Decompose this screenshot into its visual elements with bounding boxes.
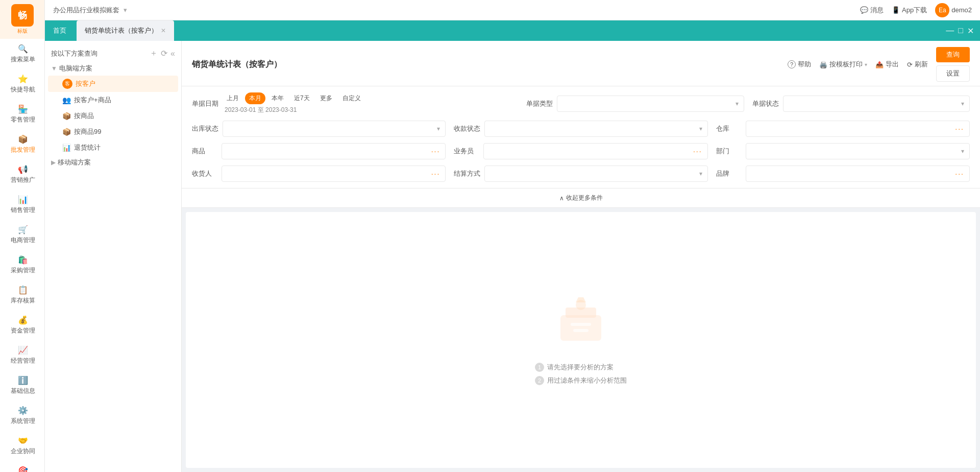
filter-payment-method: 结算方式 ▾ bbox=[454, 166, 707, 182]
sidebar-item-collab[interactable]: 🤝 企业协同 bbox=[0, 431, 44, 461]
department-select[interactable]: ▾ bbox=[746, 143, 970, 159]
collapse-btn[interactable]: ∧ 收起更多条件 bbox=[553, 192, 609, 204]
date-range-display: 2023-03-01 至 2023-03-31 bbox=[225, 106, 518, 114]
export-btn[interactable]: 📤 导出 bbox=[875, 60, 899, 69]
sidebar-item-wholesale[interactable]: 📦 批发管理 bbox=[0, 129, 44, 159]
sidebar-item-label: 企业协同 bbox=[11, 447, 35, 456]
sidebar-item-newguide[interactable]: 🎯 新手引导 bbox=[0, 461, 44, 472]
scheme-group-mobile-header[interactable]: ▶ 移动端方案 bbox=[45, 156, 181, 169]
outstock-select[interactable]: ▾ bbox=[223, 121, 446, 137]
topbar-user[interactable]: Ea demo2 bbox=[935, 3, 972, 17]
scheme-item-customer-product[interactable]: 👥 按客户+商品 bbox=[48, 92, 178, 108]
sidebar-item-finance[interactable]: 💰 资金管理 bbox=[0, 310, 44, 340]
receiver-label: 收货人 bbox=[192, 169, 217, 178]
newguide-icon: 🎯 bbox=[18, 466, 28, 472]
refresh-scheme-btn[interactable]: ⟳ bbox=[161, 49, 167, 58]
date-custom-btn[interactable]: 自定义 bbox=[338, 92, 365, 104]
window-maximize-btn[interactable]: □ bbox=[958, 26, 963, 35]
add-scheme-btn[interactable]: ＋ bbox=[150, 48, 158, 59]
filter-row-4: 收货人 ··· 结算方式 ▾ 品牌 bbox=[192, 166, 970, 182]
topbar-appdownload[interactable]: 📱 App下载 bbox=[892, 6, 927, 15]
date-7days-btn[interactable]: 近7天 bbox=[290, 92, 314, 104]
topbar-message[interactable]: 💬 消息 bbox=[860, 6, 884, 15]
doc-type-select[interactable]: ▾ bbox=[557, 96, 744, 112]
sidebar-item-label: 搜索菜单 bbox=[11, 55, 35, 64]
scheme-product99-icon: 📦 bbox=[62, 128, 71, 136]
sidebar-item-purchase[interactable]: 🛍️ 采购管理 bbox=[0, 250, 44, 280]
scheme-returns-label: 退货统计 bbox=[74, 143, 101, 152]
left-panel-title: 按以下方案查询 bbox=[51, 49, 97, 58]
app-logo: 畅 标版 bbox=[0, 0, 44, 39]
payment-method-arrow-icon: ▾ bbox=[699, 170, 702, 177]
tab-close-icon[interactable]: ✕ bbox=[161, 27, 166, 34]
doc-type-label: 单据类型 bbox=[526, 99, 553, 108]
outstock-label: 出库状态 bbox=[192, 124, 218, 133]
basicinfo-icon: ℹ️ bbox=[18, 375, 28, 385]
date-more-btn[interactable]: 更多 bbox=[316, 92, 336, 104]
main-area: 办公用品行业模拟账套 ▾ 💬 消息 📱 App下载 Ea demo2 首页 销货… bbox=[45, 0, 980, 472]
sidebar-item-search[interactable]: 🔍 搜索菜单 bbox=[0, 39, 44, 69]
filter-outstock-status: 出库状态 ▾ bbox=[192, 121, 446, 137]
filter-salesperson: 业务员 ··· bbox=[454, 143, 707, 159]
department-label: 部门 bbox=[716, 147, 742, 156]
scheme-item-product[interactable]: 📦 按商品 bbox=[48, 108, 178, 124]
sidebar-item-marketing[interactable]: 📢 营销推广 bbox=[0, 159, 44, 190]
help-btn[interactable]: ? 帮助 bbox=[788, 60, 811, 69]
date-bar: 上月 本月 本年 近7天 更多 自定义 bbox=[223, 92, 518, 104]
product-select[interactable]: ··· bbox=[222, 143, 446, 159]
filter-warehouse: 仓库 ··· bbox=[716, 121, 970, 137]
window-minimize-btn[interactable]: — bbox=[946, 26, 954, 35]
collapse-label: 收起更多条件 bbox=[566, 194, 603, 202]
sidebar-item-operation[interactable]: 📈 经营管理 bbox=[0, 340, 44, 370]
collapse-up-icon: ∧ bbox=[559, 195, 564, 202]
sidebar-item-label: 快捷导航 bbox=[11, 85, 35, 94]
topbar-dropdown-arrow[interactable]: ▾ bbox=[124, 6, 127, 14]
payment-method-select[interactable]: ▾ bbox=[484, 166, 707, 182]
scheme-item-customer[interactable]: 客 按客户 bbox=[48, 76, 178, 92]
sidebar-item-retail[interactable]: 🏪 零售管理 bbox=[0, 99, 44, 129]
sidebar-item-inventory[interactable]: 📋 库存核算 bbox=[0, 280, 44, 310]
date-lastmonth-btn[interactable]: 上月 bbox=[223, 92, 243, 104]
sidebar-item-quicknav[interactable]: ⭐ 快捷导航 bbox=[0, 69, 44, 99]
left-panel-header: 按以下方案查询 ＋ ⟳ « bbox=[45, 45, 181, 62]
sidebar-item-sales[interactable]: 📊 销售管理 bbox=[0, 190, 44, 220]
sidebar-item-ecommerce[interactable]: 🛒 电商管理 bbox=[0, 220, 44, 250]
tab-sales-statistics[interactable]: 销货单统计表（按客户） ✕ bbox=[77, 20, 174, 41]
empty-tip-1: 1 请先选择要分析的方案 bbox=[535, 363, 627, 372]
scheme-customer-product-label: 按客户+商品 bbox=[74, 96, 111, 105]
page-title: 销货单统计表（按客户） bbox=[192, 59, 282, 70]
collapse-panel-btn[interactable]: « bbox=[170, 49, 175, 58]
sidebar-item-label: 基础信息 bbox=[11, 387, 35, 395]
payment-select[interactable]: ▾ bbox=[484, 121, 707, 137]
sales-icon: 📊 bbox=[18, 195, 28, 204]
scheme-item-returns[interactable]: 📊 退货统计 bbox=[48, 140, 178, 155]
sidebar-item-system[interactable]: ⚙️ 系统管理 bbox=[0, 400, 44, 431]
empty-state: 1 请先选择要分析的方案 2 用过滤条件来缩小分析范围 bbox=[186, 212, 976, 468]
scheme-group-desktop-header[interactable]: ▼ 电脑端方案 bbox=[45, 62, 181, 75]
warehouse-label: 仓库 bbox=[716, 124, 742, 133]
receiver-select[interactable]: ··· bbox=[222, 166, 446, 182]
sidebar-item-basicinfo[interactable]: ℹ️ 基础信息 bbox=[0, 370, 44, 400]
scheme-item-product99[interactable]: 📦 按商品99 bbox=[48, 124, 178, 139]
filter-brand: 品牌 ··· bbox=[716, 166, 970, 182]
refresh-btn[interactable]: ⟳ 刷新 bbox=[907, 60, 928, 69]
collapse-row: ∧ 收起更多条件 bbox=[182, 188, 980, 208]
settings-button[interactable]: 设置 bbox=[936, 65, 970, 82]
salesperson-select[interactable]: ··· bbox=[483, 143, 707, 159]
date-thisyear-btn[interactable]: 本年 bbox=[267, 92, 288, 104]
query-button[interactable]: 查询 bbox=[936, 47, 970, 62]
warehouse-select[interactable]: ··· bbox=[746, 121, 970, 137]
scheme-customer-icon: 客 bbox=[62, 79, 72, 89]
empty-tip-2: 2 用过滤条件来缩小分析范围 bbox=[535, 376, 627, 385]
tip-text-2: 用过滤条件来缩小分析范围 bbox=[547, 376, 627, 385]
filter-area: 单据日期 上月 本月 本年 近7天 更多 自定义 2023-03-01 至 20… bbox=[182, 86, 980, 188]
brand-select[interactable]: ··· bbox=[746, 166, 970, 182]
tab-home[interactable]: 首页 bbox=[45, 20, 75, 41]
purchase-icon: 🛍️ bbox=[18, 255, 28, 265]
date-thismonth-btn[interactable]: 本月 bbox=[245, 92, 265, 104]
system-icon: ⚙️ bbox=[18, 406, 28, 415]
window-close-btn[interactable]: ✕ bbox=[967, 26, 974, 36]
doc-status-select[interactable]: ▾ bbox=[783, 96, 970, 112]
print-btn[interactable]: 🖨️ 按模板打印 ▾ bbox=[819, 60, 867, 69]
salesperson-label: 业务员 bbox=[454, 147, 479, 156]
